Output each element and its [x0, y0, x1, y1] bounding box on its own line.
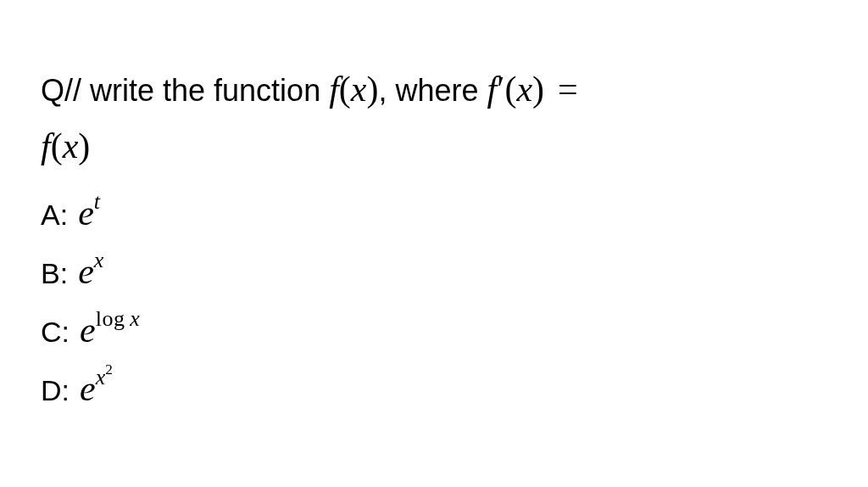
question-mid: , where	[378, 73, 487, 108]
option-c-label: C:	[41, 311, 70, 354]
option-a-expr: et	[78, 187, 100, 240]
question-prefix: Q// write the function	[41, 73, 329, 108]
question-fx: f(x)	[329, 70, 378, 109]
question-line-2: f(x)	[41, 121, 827, 171]
option-b-expr: ex	[78, 245, 103, 299]
question-fprimex: f′(x)	[487, 70, 545, 109]
option-c: C: elog x	[41, 304, 827, 357]
equals-sign: =	[553, 70, 583, 109]
option-d-label: D:	[41, 369, 70, 412]
option-a: A: et	[41, 187, 827, 240]
option-b-label: B:	[41, 252, 68, 295]
option-d: D: ex2	[41, 362, 827, 416]
option-b: B: ex	[41, 245, 827, 299]
question-line-1: Q// write the function f(x), where f′(x)…	[41, 61, 827, 118]
option-d-expr: ex2	[80, 362, 113, 416]
option-c-expr: elog x	[80, 304, 140, 357]
question-rhs: f(x)	[41, 126, 90, 165]
option-a-label: A:	[41, 193, 68, 237]
